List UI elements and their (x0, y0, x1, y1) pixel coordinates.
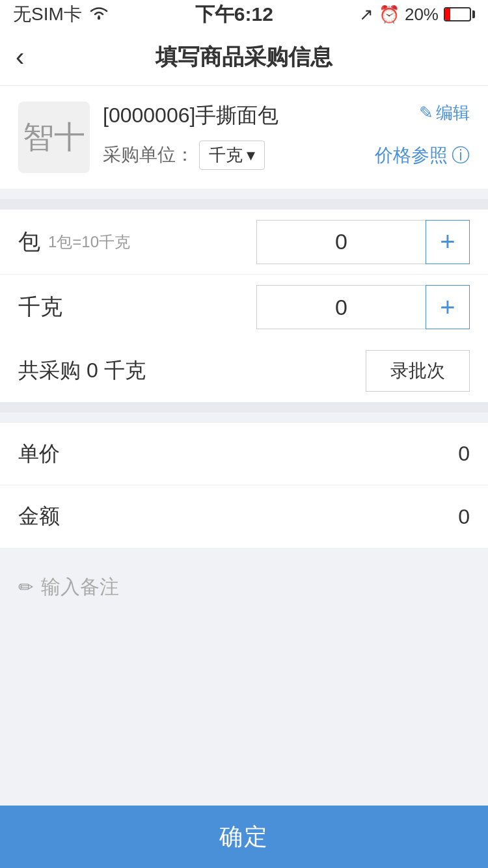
bao-input-box[interactable]: 0 (256, 220, 426, 264)
product-unit-row: 采购单位： 千克 ▾ 价格参照 ⓘ (103, 141, 470, 170)
location-icon: ↗ (359, 5, 373, 25)
price-label: 单价 (18, 440, 60, 468)
status-time: 下午6:12 (195, 1, 273, 28)
bao-input-right: 0 + (256, 220, 470, 264)
batch-button[interactable]: 录批次 (366, 350, 470, 392)
amount-value: 0 (458, 505, 470, 529)
price-row: 单价 0 (0, 423, 488, 485)
nav-bar: ‹ 填写商品采购信息 (0, 29, 488, 86)
remark-placeholder: 输入备注 (41, 574, 119, 601)
pencil-icon: ✏ (18, 576, 33, 598)
kg-plus-button[interactable]: + (426, 285, 470, 329)
total-row: 共采购 0 千克 录批次 (0, 340, 488, 402)
battery-label: 20% (405, 5, 439, 25)
price-value: 0 (458, 442, 470, 466)
edit-icon: ✎ (419, 103, 433, 123)
info-section: 单价 0 金额 0 (0, 423, 488, 548)
unit-label: 采购单位： 千克 ▾ (103, 141, 265, 170)
help-icon: ⓘ (452, 143, 470, 168)
section-divider-1 (0, 199, 488, 210)
battery-icon (444, 7, 475, 21)
product-thumb-text: 智十 (23, 116, 85, 158)
dropdown-arrow-icon: ▾ (247, 145, 255, 165)
product-thumbnail: 智十 (18, 102, 90, 173)
product-name: [0000006]手撕面包 (103, 102, 278, 130)
product-card: 智十 [0000006]手撕面包 ✎ 编辑 采购单位： 千克 ▾ 价格参照 ⓘ (0, 86, 488, 189)
amount-row: 金额 0 (0, 485, 488, 548)
kg-input-right: 0 + (256, 285, 470, 329)
unit-select[interactable]: 千克 ▾ (199, 141, 265, 170)
bao-input-row: 包 1包=10千克 0 + (0, 210, 488, 275)
alarm-icon: ⏰ (379, 5, 400, 25)
price-ref-button[interactable]: 价格参照 ⓘ (375, 143, 470, 168)
kg-input-box[interactable]: 0 (256, 285, 426, 329)
amount-label: 金额 (18, 502, 60, 531)
price-ref-label: 价格参照 (375, 143, 448, 168)
status-bar: 无SIM卡 下午6:12 ↗ ⏰ 20% (0, 0, 488, 29)
empty-area (0, 616, 488, 811)
bao-plus-button[interactable]: + (426, 220, 470, 264)
confirm-button[interactable]: 确定 (0, 806, 488, 868)
product-info: [0000006]手撕面包 ✎ 编辑 采购单位： 千克 ▾ 价格参照 ⓘ (103, 102, 470, 170)
bao-sublabel: 1包=10千克 (48, 232, 130, 252)
input-section: 包 1包=10千克 0 + 千克 0 + (0, 210, 488, 340)
kg-label: 千克 (18, 292, 62, 322)
edit-label: 编辑 (436, 102, 470, 124)
section-divider-2 (0, 402, 488, 413)
status-right: ↗ ⏰ 20% (359, 5, 475, 25)
status-left: 无SIM卡 (13, 2, 109, 27)
product-top-row: [0000006]手撕面包 ✎ 编辑 (103, 102, 470, 130)
total-label: 共采购 0 千克 (18, 357, 146, 385)
kg-input-row: 千克 0 + (0, 275, 488, 340)
edit-button[interactable]: ✎ 编辑 (419, 102, 470, 124)
wifi-icon (88, 4, 109, 25)
carrier-label: 无SIM卡 (13, 2, 82, 27)
svg-point-0 (98, 17, 100, 20)
unit-value: 千克 (209, 144, 243, 167)
back-button[interactable]: ‹ (16, 42, 24, 72)
bao-label: 包 1包=10千克 (18, 227, 130, 257)
remark-section[interactable]: ✏ 输入备注 (0, 558, 488, 616)
page-title: 填写商品采购信息 (156, 42, 332, 72)
